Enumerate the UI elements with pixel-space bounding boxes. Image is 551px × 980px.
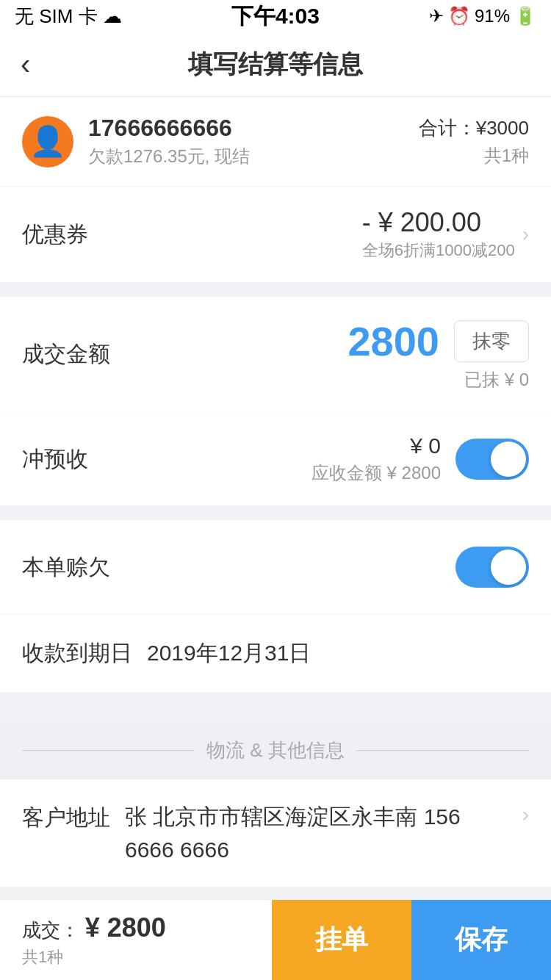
footer-amount: ¥ 2800 <box>85 912 166 943</box>
prepay-toggle[interactable] <box>455 439 529 480</box>
total-label: 合计：¥3000 <box>419 115 529 141</box>
back-button[interactable]: ‹ <box>21 48 30 81</box>
logistics-divider: 物流 & 其他信息 <box>0 721 551 779</box>
coupon-label: 优惠券 <box>22 220 88 250</box>
logistics-line-left <box>22 750 195 751</box>
debit-toggle[interactable] <box>455 547 529 588</box>
prepay-sub: 应收金额 ¥ 2800 <box>311 461 441 485</box>
battery-icon: 🔋 <box>514 6 536 26</box>
prepay-row: 冲预收 ¥ 0 应收金额 ¥ 2800 <box>0 413 551 505</box>
prepay-label: 冲预收 <box>22 444 88 475</box>
prepay-amount-group: ¥ 0 应收金额 ¥ 2800 <box>311 433 441 485</box>
address-value: 张 北京市市辖区海淀区永丰南 156 6666 6666 <box>125 800 508 866</box>
duedate-value: 2019年12月31日 <box>147 638 311 669</box>
prepay-amount: ¥ 0 <box>311 433 441 458</box>
footer-amount-line: 成交： ¥ 2800 <box>22 912 250 943</box>
logistics-line-right <box>356 750 529 751</box>
address-row[interactable]: 客户地址 张 北京市市辖区海淀区永丰南 156 6666 6666 › <box>0 779 551 887</box>
coupon-description: 全场6折满1000减200 <box>362 239 515 262</box>
chevron-right-icon: › <box>522 223 529 246</box>
round-button[interactable]: 抹零 <box>454 320 529 362</box>
pending-button[interactable]: 挂单 <box>272 900 411 981</box>
toggle-knob <box>491 442 526 477</box>
location-icon: ✈ <box>429 6 444 26</box>
footer-summary: 成交： ¥ 2800 共1种 <box>0 912 272 968</box>
alarm-icon: ⏰ <box>448 6 470 26</box>
transaction-amount-sub: 已抹 ¥ 0 <box>347 368 529 392</box>
footer-count: 共1种 <box>22 946 250 968</box>
status-left: 无 SIM 卡 ☁ <box>15 4 122 29</box>
duedate-inner: 收款到期日 2019年12月31日 <box>22 638 529 669</box>
prepay-right: ¥ 0 应收金额 ¥ 2800 <box>311 433 529 485</box>
footer-summary-label: 成交： <box>22 919 79 941</box>
total-count: 共1种 <box>419 144 529 167</box>
duedate-row: 收款到期日 2019年12月31日 <box>0 614 551 692</box>
header: ‹ 填写结算等信息 <box>0 32 551 97</box>
form-section-1: 成交金额 2800 抹零 已抹 ¥ 0 冲预收 ¥ 0 应收金额 ¥ 2800 <box>0 297 551 505</box>
address-label: 客户地址 <box>22 803 110 833</box>
page-title: 填写结算等信息 <box>188 48 363 82</box>
sim-status: 无 SIM 卡 ☁ <box>15 4 122 29</box>
customer-right: 合计：¥3000 共1种 <box>419 115 529 167</box>
transaction-amount-row: 成交金额 2800 抹零 已抹 ¥ 0 <box>0 297 551 413</box>
logistics-text: 物流 & 其他信息 <box>206 738 345 763</box>
status-time: 下午4:03 <box>231 1 320 32</box>
debit-row: 本单赊欠 <box>0 520 551 614</box>
customer-sub: 欠款1276.35元, 现结 <box>88 145 250 168</box>
duedate-label: 收款到期日 <box>22 638 132 669</box>
section-divider-1 <box>0 282 551 297</box>
battery-level: 91% <box>475 6 510 26</box>
transaction-amount-label: 成交金额 <box>22 339 110 370</box>
status-bar: 无 SIM 卡 ☁ 下午4:03 ✈ ⏰ 91% 🔋 <box>0 0 551 32</box>
customer-info: 17666666666 欠款1276.35元, 现结 <box>88 115 250 168</box>
section-divider-2 <box>0 505 551 520</box>
customer-row: 👤 17666666666 欠款1276.35元, 现结 合计：¥3000 共1… <box>0 97 551 187</box>
customer-phone: 17666666666 <box>88 115 250 142</box>
transaction-amount-value-group: 2800 抹零 <box>347 317 529 365</box>
avatar: 👤 <box>22 116 73 167</box>
save-button[interactable]: 保存 <box>411 900 551 981</box>
transaction-amount-value: 2800 <box>347 317 439 365</box>
coupon-row[interactable]: 优惠券 - ¥ 200.00 全场6折满1000减200 › <box>0 187 551 282</box>
address-chevron-icon: › <box>522 803 529 826</box>
status-right: ✈ ⏰ 91% 🔋 <box>429 6 536 26</box>
debit-label: 本单赊欠 <box>22 552 110 583</box>
coupon-discount: - ¥ 200.00 <box>362 207 515 238</box>
debit-toggle-knob <box>491 550 526 585</box>
coupon-right: - ¥ 200.00 全场6折满1000减200 › <box>362 207 529 262</box>
section-divider-3 <box>0 692 551 707</box>
avatar-icon: 👤 <box>29 124 66 159</box>
footer: 成交： ¥ 2800 共1种 挂单 保存 <box>0 899 551 980</box>
